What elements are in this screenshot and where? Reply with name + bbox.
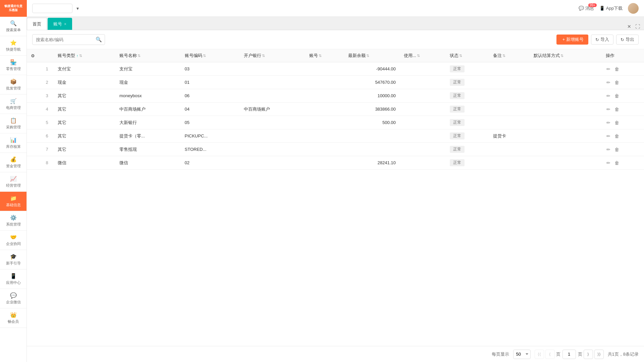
col-account[interactable]: 账号⇅ bbox=[305, 49, 344, 62]
sidebar-item-retail-mgmt[interactable]: 🏪 零售管理 bbox=[0, 56, 26, 75]
sidebar-item-app-center[interactable]: 📱 应用中心 bbox=[0, 269, 26, 289]
app-download-button[interactable]: 📱 App下载 bbox=[599, 5, 623, 11]
sidebar-item-inventory-check[interactable]: 📊 库存核算 bbox=[0, 133, 26, 153]
edit-button[interactable]: ✏ bbox=[606, 133, 611, 139]
row-num: 4 bbox=[40, 103, 54, 116]
edit-button[interactable]: ✏ bbox=[606, 79, 611, 86]
delete-button[interactable]: 🗑 bbox=[614, 106, 620, 113]
import-button[interactable]: ↻ 导入 bbox=[591, 35, 613, 45]
page-input-wrap: 页 页 bbox=[556, 350, 582, 359]
status-badge: 正常 bbox=[450, 79, 465, 86]
sidebar-item-vip-member[interactable]: 👑 畅会员 bbox=[0, 308, 26, 328]
first-page-button[interactable]: ⟨⟨ bbox=[535, 350, 544, 359]
row-name: 提货卡（零... bbox=[115, 129, 181, 143]
sidebar-item-enterprise-agreement[interactable]: 🤝 企业协同 bbox=[0, 231, 26, 250]
sidebar: 畅捷通好生意 乐惠版 🔍 搜索菜单 ⭐ 快捷导航 🏪 零售管理 📦 批发管理 🛒… bbox=[0, 0, 27, 362]
pagination-bar: 每页显示 50 20 100 ⟨⟨ ⟨ 页 页 ⟩ ⟩⟩ 共1页，8条记录 bbox=[27, 346, 644, 362]
sidebar-item-new-guide[interactable]: 🎓 新手引导 bbox=[0, 250, 26, 269]
row-account bbox=[305, 103, 344, 116]
user-avatar[interactable] bbox=[628, 3, 639, 14]
tab-home[interactable]: 首页 bbox=[27, 18, 47, 30]
row-status: 正常 bbox=[446, 62, 489, 76]
row-settings bbox=[27, 89, 40, 103]
logo-text: 畅捷通好生意 乐惠版 bbox=[4, 4, 22, 12]
page-nav: ⟨⟨ ⟨ 页 页 ⟩ ⟩⟩ bbox=[535, 350, 604, 359]
export-button[interactable]: ↻ 导出 bbox=[616, 35, 639, 45]
row-balance: 500.00 bbox=[344, 116, 400, 129]
delete-button[interactable]: 🗑 bbox=[614, 133, 620, 139]
sidebar-item-wholesale-mgmt[interactable]: 📦 批发管理 bbox=[0, 75, 26, 95]
per-page-select[interactable]: 50 20 100 bbox=[513, 350, 531, 359]
action-buttons: ✏ 🗑 bbox=[606, 106, 640, 113]
sidebar-item-ops-mgmt[interactable]: 📈 经营管理 bbox=[0, 172, 26, 192]
row-balance bbox=[344, 143, 400, 156]
col-usage[interactable]: 使用...⇅ bbox=[400, 49, 446, 62]
dropdown-button[interactable]: ▾ bbox=[76, 6, 79, 11]
sidebar-item-enterprise-wechat[interactable]: 💬 企业微信 bbox=[0, 289, 26, 308]
total-info: 共1页，8条记录 bbox=[608, 351, 639, 357]
tab-maximize-button[interactable]: ⛶ bbox=[634, 23, 641, 30]
sidebar-item-quick-nav[interactable]: ⭐ 快捷导航 bbox=[0, 36, 26, 56]
top-search-input[interactable] bbox=[32, 4, 72, 13]
row-code: 04 bbox=[181, 103, 240, 116]
purchase-mgmt-icon: 📋 bbox=[10, 117, 17, 124]
settings-icon[interactable]: ⚙ bbox=[31, 53, 35, 58]
col-name[interactable]: 账号名称⇅ bbox=[115, 49, 181, 62]
last-page-button[interactable]: ⟩⟩ bbox=[594, 350, 604, 359]
sidebar-label-ops-mgmt: 经营管理 bbox=[6, 183, 21, 188]
edit-button[interactable]: ✏ bbox=[606, 106, 611, 113]
page-input[interactable] bbox=[562, 350, 576, 359]
search-button[interactable]: 🔍 bbox=[93, 37, 105, 43]
col-default-payment[interactable]: 默认结算方式⇅ bbox=[530, 49, 602, 62]
edit-button[interactable]: ✏ bbox=[606, 160, 611, 166]
edit-button[interactable]: ✏ bbox=[606, 119, 611, 126]
table-row: 2 现金 现金 01 547670.00 正常 ✏ 🗑 bbox=[27, 76, 644, 89]
sidebar-item-sys-mgmt[interactable]: ⚙️ 系统管理 bbox=[0, 211, 26, 231]
col-balance[interactable]: 最新余额⇅ bbox=[344, 49, 400, 62]
delete-button[interactable]: 🗑 bbox=[614, 66, 620, 72]
col-type[interactable]: 账号类型↑⇅ bbox=[54, 49, 115, 62]
col-code[interactable]: 账号编码⇅ bbox=[181, 49, 240, 62]
col-status[interactable]: 状态⇅ bbox=[446, 49, 489, 62]
row-balance: 28241.10 bbox=[344, 156, 400, 170]
edit-button[interactable]: ✏ bbox=[606, 146, 611, 153]
add-account-button[interactable]: + 新增账号 bbox=[556, 35, 588, 45]
col-bank[interactable]: 开户银行⇅ bbox=[240, 49, 305, 62]
row-code: 05 bbox=[181, 116, 240, 129]
row-bank bbox=[240, 143, 305, 156]
sidebar-label-inventory-check: 库存核算 bbox=[6, 144, 21, 149]
sidebar-item-finance-mgmt[interactable]: 💰 资金管理 bbox=[0, 153, 26, 172]
sidebar-item-purchase-mgmt[interactable]: 📋 采购管理 bbox=[0, 114, 26, 133]
row-remark bbox=[489, 103, 529, 116]
sidebar-item-ecom-mgmt[interactable]: 🛒 电商管理 bbox=[0, 95, 26, 114]
tab-bar: 首页账号× ✕ ⛶ bbox=[27, 17, 644, 30]
row-default-payment bbox=[530, 129, 602, 143]
delete-button[interactable]: 🗑 bbox=[614, 160, 620, 166]
delete-button[interactable]: 🗑 bbox=[614, 93, 620, 99]
delete-button[interactable]: 🗑 bbox=[614, 79, 620, 86]
message-button[interactable]: 💬 消息 99+ bbox=[579, 5, 594, 11]
sidebar-item-basic-info[interactable]: 📁 基础信息 bbox=[0, 192, 26, 211]
delete-button[interactable]: 🗑 bbox=[614, 119, 620, 126]
row-type: 其它 bbox=[54, 143, 115, 156]
prev-page-button[interactable]: ⟨ bbox=[545, 350, 555, 359]
action-buttons: ✏ 🗑 bbox=[606, 93, 640, 99]
sidebar-item-search-menu[interactable]: 🔍 搜索菜单 bbox=[0, 17, 26, 36]
row-remark bbox=[489, 156, 529, 170]
tab-close-all-button[interactable]: ✕ bbox=[626, 23, 633, 30]
col-remark[interactable]: 备注⇅ bbox=[489, 49, 529, 62]
row-action: ✏ 🗑 bbox=[602, 156, 644, 170]
vip-member-icon: 👑 bbox=[10, 312, 17, 318]
sidebar-label-retail-mgmt: 零售管理 bbox=[6, 66, 21, 71]
row-default-payment bbox=[530, 89, 602, 103]
tab-account[interactable]: 账号× bbox=[48, 18, 72, 30]
row-account bbox=[305, 116, 344, 129]
row-action: ✏ 🗑 bbox=[602, 89, 644, 103]
edit-button[interactable]: ✏ bbox=[606, 66, 611, 72]
edit-button[interactable]: ✏ bbox=[606, 93, 611, 99]
next-page-button[interactable]: ⟩ bbox=[584, 350, 593, 359]
search-input[interactable] bbox=[33, 37, 93, 42]
tab-close-account[interactable]: × bbox=[64, 22, 66, 26]
row-num: 2 bbox=[40, 76, 54, 89]
delete-button[interactable]: 🗑 bbox=[614, 146, 620, 153]
